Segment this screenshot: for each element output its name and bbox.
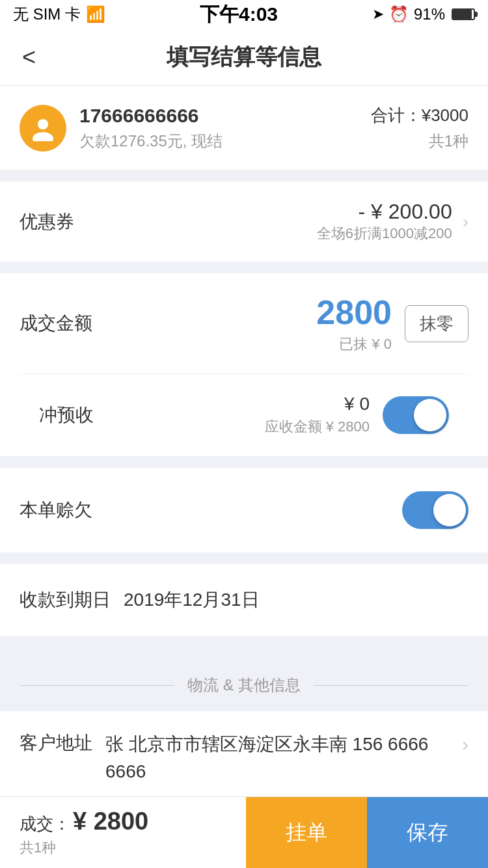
user-phone: 17666666666 [79, 105, 223, 127]
chevron-right-icon: › [463, 211, 468, 232]
battery-icon [452, 8, 475, 20]
due-date-value: 2019年12月31日 [124, 588, 260, 612]
due-date-label: 收款到期日 [20, 588, 111, 612]
divider-line-right [314, 685, 468, 686]
logistics-label: 物流 & 其他信息 [174, 675, 313, 696]
coupon-amount: - ¥ 200.00 [317, 200, 452, 224]
user-info-card: 17666666666 欠款1276.35元, 现结 合计：¥3000 共1种 [0, 86, 488, 170]
address-label: 客户地址 [20, 731, 92, 755]
status-bar: 无 SIM 卡 📶 下午4:03 ➤ ⏰ 91% [0, 0, 488, 29]
user-left: 17666666666 欠款1276.35元, 现结 [20, 105, 223, 152]
nav-bar: < 填写结算等信息 [0, 29, 488, 86]
prepay-amount: ¥ 0 [265, 394, 370, 414]
coupon-content: - ¥ 200.00 全场6折满1000减200 [317, 200, 452, 243]
bottom-amount: ¥ 2800 [73, 807, 148, 835]
bottom-count: 共1种 [20, 838, 226, 858]
transaction-row: 成交金额 2800 已抹 ¥ 0 抹零 [20, 273, 468, 374]
transaction-amount: 2800 [316, 293, 392, 332]
due-date-card: 收款到期日 2019年12月31日 [0, 564, 488, 636]
prepay-label: 冲预收 [39, 403, 94, 427]
location-icon: ➤ [372, 6, 384, 23]
content-area: 17666666666 欠款1276.35元, 现结 合计：¥3000 共1种 … [0, 86, 488, 868]
prepay-sub-text: 应收金额 ¥ 2800 [265, 417, 370, 437]
coupon-right: - ¥ 200.00 全场6折满1000减200 › [317, 200, 468, 243]
address-chevron-icon: › [462, 733, 468, 755]
debt-toggle[interactable] [402, 491, 468, 529]
user-details: 17666666666 欠款1276.35元, 现结 [79, 105, 223, 152]
page-title: 填写结算等信息 [167, 42, 321, 72]
address-content: 张 北京市市辖区海淀区永丰南 156 6666 6666 [105, 731, 455, 785]
debt-label: 本单赊欠 [20, 498, 92, 522]
transaction-amount-col: 2800 已抹 ¥ 0 [316, 293, 392, 354]
transaction-label: 成交金额 [20, 311, 92, 336]
wifi-icon: 📶 [86, 5, 105, 23]
svg-point-0 [38, 119, 48, 129]
transaction-card: 成交金额 2800 已抹 ¥ 0 抹零 冲预收 ¥ 0 应收金额 ¥ 2800 [0, 273, 488, 456]
address-card[interactable]: 客户地址 张 北京市市辖区海淀区永丰南 156 6666 6666 › [0, 711, 488, 805]
svg-point-1 [33, 132, 53, 141]
total-count: 共1种 [371, 131, 468, 152]
hang-order-button[interactable]: 挂单 [246, 797, 367, 869]
battery-text: 91% [414, 5, 445, 23]
alarm-icon: ⏰ [389, 5, 409, 23]
save-button[interactable]: 保存 [367, 797, 488, 869]
prepay-right: ¥ 0 应收金额 ¥ 2800 [265, 394, 449, 437]
debt-card: 本单赊欠 [0, 468, 488, 552]
status-time: 下午4:03 [200, 1, 278, 28]
coupon-label: 优惠券 [20, 210, 74, 234]
divider-line-left [20, 685, 174, 686]
total-amount: 合计：¥3000 [371, 104, 468, 127]
bottom-deal-label: 成交： [20, 813, 70, 835]
bottom-bar: 成交： ¥ 2800 共1种 挂单 保存 [0, 796, 488, 868]
coupon-desc: 全场6折满1000减200 [317, 224, 452, 243]
bottom-summary: 成交： ¥ 2800 共1种 [0, 807, 246, 858]
avatar [20, 105, 66, 152]
prepay-row: 冲预收 ¥ 0 应收金额 ¥ 2800 [20, 374, 468, 456]
transaction-sub: 已抹 ¥ 0 [316, 334, 392, 354]
carrier-text: 无 SIM 卡 [13, 4, 81, 25]
round-off-button[interactable]: 抹零 [405, 305, 468, 342]
user-sub-text: 欠款1276.35元, 现结 [79, 131, 223, 152]
status-left: 无 SIM 卡 📶 [13, 4, 105, 25]
bottom-deal-row: 成交： ¥ 2800 [20, 807, 226, 835]
logistics-section: 物流 & 其他信息 客户地址 张 北京市市辖区海淀区永丰南 156 6666 6… [0, 647, 488, 805]
status-right: ➤ ⏰ 91% [372, 5, 475, 23]
user-total: 合计：¥3000 共1种 [371, 104, 468, 152]
prepay-amount-col: ¥ 0 应收金额 ¥ 2800 [265, 394, 370, 437]
back-button[interactable]: < [16, 37, 42, 77]
transaction-right: 2800 已抹 ¥ 0 抹零 [316, 293, 468, 354]
coupon-card[interactable]: 优惠券 - ¥ 200.00 全场6折满1000减200 › [0, 182, 488, 262]
prepay-toggle[interactable] [383, 396, 449, 434]
logistics-divider-inner: 物流 & 其他信息 [0, 675, 488, 696]
logistics-divider: 物流 & 其他信息 [0, 659, 488, 711]
